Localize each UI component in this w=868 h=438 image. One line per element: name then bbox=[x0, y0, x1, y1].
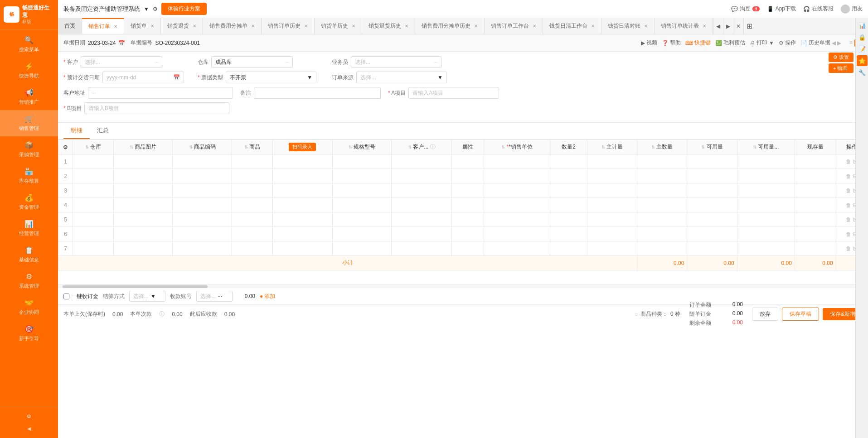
col-warehouse[interactable]: ⇅ 仓库 bbox=[73, 140, 114, 154]
history-nav-next[interactable]: ▶ bbox=[837, 40, 841, 46]
row-3-qty2[interactable] bbox=[550, 183, 587, 198]
tab-close-sales-return-history[interactable]: ✕ bbox=[352, 24, 355, 29]
tab-close-cash-daily[interactable]: ✕ bbox=[591, 24, 595, 29]
calendar-icon[interactable]: 📅 bbox=[118, 40, 125, 46]
deposit-checkbox[interactable] bbox=[63, 294, 69, 299]
app-download-item[interactable]: 📱 App下载 bbox=[767, 5, 796, 13]
row-2-spec[interactable] bbox=[332, 169, 392, 183]
sidebar-item-quicknav[interactable]: ⚡ 快捷导航 bbox=[0, 58, 58, 84]
scan-button[interactable]: 扫码录入 bbox=[289, 143, 316, 151]
row-1-qty2[interactable] bbox=[550, 154, 587, 169]
tab-nav-menu[interactable]: ⊞ bbox=[743, 18, 755, 34]
tab-sales-return[interactable]: 销货单 ✕ bbox=[124, 18, 161, 34]
row-3-code[interactable] bbox=[173, 183, 232, 198]
sidebar-item-guide[interactable]: 🎯 新手引导 bbox=[0, 320, 58, 347]
message-item[interactable]: 💬 淘豆 9 bbox=[731, 5, 760, 13]
tab-close-sales-fee-history[interactable]: ✕ bbox=[474, 24, 478, 29]
row-6-product[interactable] bbox=[232, 227, 273, 241]
row-3-main-qty[interactable] bbox=[637, 183, 687, 198]
sidebar-item-system[interactable]: ⚙ 系统管理 bbox=[0, 268, 58, 294]
row-5-qty2[interactable] bbox=[550, 212, 587, 227]
right-panel-lock-icon[interactable]: 🔒 bbox=[857, 32, 868, 43]
tab-sales-refund-history[interactable]: 销货退货历史 ✕ bbox=[362, 18, 415, 34]
tab-sales-fee-history[interactable]: 销售费用分摊单历史 ✕ bbox=[415, 18, 485, 34]
row-7-code[interactable] bbox=[173, 241, 232, 256]
history-nav-prev[interactable]: ◀ bbox=[832, 40, 836, 46]
row-6-unit[interactable] bbox=[484, 227, 550, 241]
row-6-qty2[interactable] bbox=[550, 227, 587, 241]
save-draft-button[interactable]: 保存草稿 bbox=[782, 308, 819, 321]
sidebar-settings[interactable]: ⚙ bbox=[0, 410, 58, 423]
row-3-customer-code[interactable] bbox=[392, 183, 452, 198]
scrollbar-thumb[interactable] bbox=[63, 285, 208, 288]
row-4-warehouse[interactable] bbox=[73, 198, 114, 212]
horizontal-scrollbar[interactable] bbox=[58, 284, 868, 288]
one-click-deposit-checkbox[interactable]: 一键收订金 bbox=[63, 293, 98, 300]
tab-close-sales-history[interactable]: ✕ bbox=[304, 24, 308, 29]
tab-close-sales-return[interactable]: ✕ bbox=[150, 24, 154, 29]
history-btn[interactable]: 📄 历史单据 ◀ ▶ bbox=[800, 39, 841, 47]
row-7-attribute[interactable] bbox=[452, 241, 484, 256]
row-3-unit[interactable] bbox=[484, 183, 550, 198]
tab-detail[interactable]: 明细 bbox=[63, 123, 90, 139]
tab-sales-workbench[interactable]: 销售订单工作台 ✕ bbox=[485, 18, 543, 34]
list-view-icon[interactable]: ≡ bbox=[849, 39, 853, 47]
tab-home[interactable]: 首页 bbox=[58, 18, 82, 34]
delivery-date-input[interactable]: yyyy-mm-dd 📅 bbox=[102, 72, 184, 83]
order-source-select[interactable]: 选择... ▼ bbox=[356, 72, 447, 83]
row-7-qty2[interactable] bbox=[550, 241, 587, 256]
row-7-customer-code[interactable] bbox=[392, 241, 452, 256]
operation-btn[interactable]: ⚙ 操作 bbox=[779, 39, 796, 47]
tab-sales-history[interactable]: 销售订单历史 ✕ bbox=[262, 18, 315, 34]
tab-sales-stats[interactable]: 销售订单统计表 ✕ bbox=[655, 18, 713, 34]
row-4-product[interactable] bbox=[232, 198, 273, 212]
row-6-warehouse[interactable] bbox=[73, 227, 114, 241]
project-a-input[interactable]: 请输入A项目 bbox=[408, 87, 499, 99]
row-5-attribute[interactable] bbox=[452, 212, 484, 227]
row-6-spec[interactable] bbox=[332, 227, 392, 241]
address-input[interactable]: ··· bbox=[88, 87, 233, 99]
row-2-qty2[interactable] bbox=[550, 169, 587, 183]
tab-nav-prev[interactable]: ◀ bbox=[713, 18, 723, 34]
tab-sales-order[interactable]: 销售订单 ✕ bbox=[82, 18, 124, 34]
invoice-type-select[interactable]: 不开票 ▼ bbox=[226, 72, 316, 83]
right-panel-chart-icon[interactable]: 📊 bbox=[857, 20, 868, 31]
row-1-main-qty[interactable] bbox=[637, 154, 687, 169]
right-panel-tool-icon[interactable]: 🔧 bbox=[857, 67, 868, 78]
row-2-main-qty[interactable] bbox=[637, 169, 687, 183]
sidebar-item-inventory[interactable]: 🏪 库存核算 bbox=[0, 163, 58, 189]
tab-close-cash-reconcile[interactable]: ✕ bbox=[644, 24, 648, 29]
row-1-code[interactable] bbox=[173, 154, 232, 169]
row-6-main-qty[interactable] bbox=[637, 227, 687, 241]
customer-input[interactable]: 选择... ··· bbox=[81, 56, 162, 68]
row-4-main-qty[interactable] bbox=[637, 198, 687, 212]
tab-close-sales-refund-history[interactable]: ✕ bbox=[405, 24, 408, 29]
profit-btn[interactable]: 💹 毛利预估 bbox=[715, 39, 745, 47]
tab-close-sales-order[interactable]: ✕ bbox=[114, 24, 117, 29]
row-7-main-qty[interactable] bbox=[637, 241, 687, 256]
row-1-product[interactable] bbox=[232, 154, 273, 169]
shortcut-btn[interactable]: ⌨ 快捷键 bbox=[685, 39, 711, 47]
right-panel-star-icon[interactable]: ⭐ bbox=[857, 55, 868, 66]
delete-icon[interactable]: 🗑 bbox=[846, 173, 851, 179]
row-7-spec[interactable] bbox=[332, 241, 392, 256]
row-4-attribute[interactable] bbox=[452, 198, 484, 212]
tab-sales-refund[interactable]: 销货退货 ✕ bbox=[161, 18, 203, 34]
add-payment-button[interactable]: ● 添加 bbox=[260, 293, 275, 300]
delete-icon[interactable]: 🗑 bbox=[846, 231, 851, 237]
row-3-product[interactable] bbox=[232, 183, 273, 198]
salesperson-input[interactable]: 选择... ··· bbox=[351, 56, 441, 68]
sidebar-item-purchase[interactable]: 📦 采购管理 bbox=[0, 136, 58, 163]
tab-close-sales-stats[interactable]: ✕ bbox=[703, 24, 706, 29]
tab-cash-reconcile[interactable]: 钱货日清对账 ✕ bbox=[601, 18, 655, 34]
delete-icon[interactable]: 🗑 bbox=[846, 159, 851, 165]
row-5-product[interactable] bbox=[232, 212, 273, 227]
add-logistics-button[interactable]: + 物流 bbox=[829, 63, 853, 73]
settings-btn[interactable]: ⚙ bbox=[153, 6, 158, 12]
settings-config-button[interactable]: ⚙ 设置 bbox=[829, 53, 853, 62]
row-5-spec[interactable] bbox=[332, 212, 392, 227]
right-panel-note-icon[interactable]: 📝 bbox=[857, 43, 868, 54]
remark-input[interactable] bbox=[254, 87, 381, 99]
settlement-method-select[interactable]: 选择... ▼ bbox=[129, 291, 165, 302]
row-7-unit[interactable] bbox=[484, 241, 550, 256]
